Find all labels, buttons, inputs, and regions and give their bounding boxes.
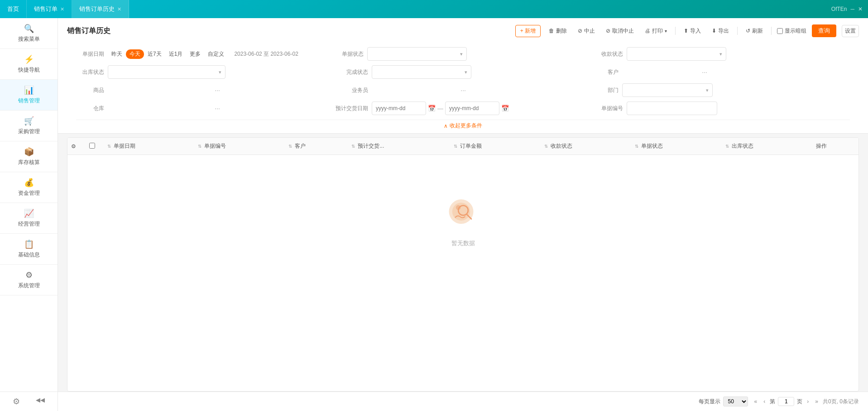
calendar-start-icon[interactable]: 📅 bbox=[428, 105, 436, 112]
tab-sales-history-close[interactable]: ✕ bbox=[117, 6, 121, 12]
expected-date-start[interactable] bbox=[372, 102, 426, 115]
sidebar-item-purchase-mgmt[interactable]: 🛒 采购管理 bbox=[0, 111, 58, 141]
order-number-input[interactable] bbox=[627, 102, 717, 115]
table-footer: 每页显示 10 20 50 100 « ‹ 第 页 › » 共0页, 0条记录 bbox=[58, 392, 868, 411]
sidebar-settings-icon[interactable]: ⚙ bbox=[13, 396, 20, 406]
delete-icon: 🗑 bbox=[549, 28, 554, 34]
date-btn-1month[interactable]: 近1月 bbox=[165, 49, 187, 59]
print-button[interactable]: 🖨 打印 ▾ bbox=[642, 25, 670, 37]
th-expected-date[interactable]: ⇅ 预计交货... bbox=[348, 138, 450, 155]
department-cell: ▾ bbox=[622, 83, 850, 97]
th-customer-label: 客户 bbox=[295, 143, 306, 149]
query-button[interactable]: 查询 bbox=[812, 24, 836, 37]
th-date[interactable]: ⇅ 单据日期 bbox=[104, 138, 194, 155]
warehouse-select[interactable]: ··· bbox=[108, 102, 225, 115]
last-page-button[interactable]: » bbox=[813, 397, 820, 406]
department-select[interactable]: ▾ bbox=[622, 83, 713, 97]
th-settings: ⚙ bbox=[67, 138, 86, 155]
sidebar-collapse-icon[interactable]: ◀◀ bbox=[36, 396, 45, 406]
salesperson-select[interactable]: ··· bbox=[372, 83, 471, 97]
sidebar-item-system[interactable]: ⚙ 系统管理 bbox=[0, 265, 58, 295]
svg-point-4 bbox=[456, 205, 460, 210]
tab-sales-order[interactable]: 销售订单 ✕ bbox=[27, 0, 72, 18]
settings-button[interactable]: 设置 bbox=[842, 25, 859, 37]
sidebar-item-search-menu[interactable]: 🔍 搜索菜单 bbox=[0, 18, 58, 49]
customer-select[interactable]: ··· bbox=[622, 65, 713, 79]
sidebar-item-quick-nav[interactable]: ⚡ 快捷导航 bbox=[0, 49, 58, 80]
th-delivery-status-label: 出库状态 bbox=[732, 143, 753, 149]
delivery-status-select[interactable]: ▾ bbox=[108, 65, 225, 79]
print-button-label: 打印 bbox=[652, 27, 663, 35]
warehouse-ellipsis[interactable]: ··· bbox=[213, 105, 222, 112]
order-status-select[interactable]: ▾ bbox=[367, 47, 467, 61]
expected-date-end[interactable] bbox=[445, 102, 499, 115]
sidebar-item-operations[interactable]: 📈 经营管理 bbox=[0, 203, 58, 234]
tab-sales-order-label: 销售订单 bbox=[34, 5, 58, 13]
th-payment-status-label: 收款状态 bbox=[551, 143, 572, 149]
date-btn-7days[interactable]: 近7天 bbox=[144, 49, 165, 59]
goods-select[interactable]: ··· bbox=[108, 83, 225, 97]
page-header: 销售订单历史 + 新增 🗑 删除 ⊘ 中止 ⊘ 取消中止 bbox=[58, 18, 868, 134]
customer-ellipsis[interactable]: ··· bbox=[700, 68, 709, 76]
payment-status-select[interactable]: ▾ bbox=[627, 47, 726, 61]
show-cols-label: 显示暗组 bbox=[785, 27, 806, 35]
sidebar-item-basic-info[interactable]: 📋 基础信息 bbox=[0, 234, 58, 265]
expected-date-label: 预计交货日期 bbox=[331, 105, 372, 112]
sidebar-item-basic-info-label: 基础信息 bbox=[18, 251, 40, 259]
delete-button[interactable]: 🗑 删除 bbox=[546, 25, 570, 37]
tab-bar: 首页 销售订单 ✕ 销售订单历史 ✕ bbox=[0, 0, 129, 18]
next-page-button[interactable]: › bbox=[805, 397, 810, 406]
th-payment-status[interactable]: ⇅ 收款状态 bbox=[541, 138, 631, 155]
window-close[interactable]: ✕ bbox=[858, 6, 863, 12]
filter-row-4: 仓库 ··· 预计交货日期 📅 — 📅 bbox=[76, 102, 850, 115]
th-amount-label: 订单金额 bbox=[460, 143, 482, 149]
th-number-label: 单据编号 bbox=[204, 143, 226, 149]
th-number[interactable]: ⇅ 单据编号 bbox=[194, 138, 285, 155]
per-page-select[interactable]: 10 20 50 100 bbox=[723, 396, 748, 406]
date-btn-yesterday[interactable]: 昨天 bbox=[108, 49, 126, 59]
goods-ellipsis[interactable]: ··· bbox=[213, 87, 222, 94]
table-settings-icon[interactable]: ⚙ bbox=[71, 143, 76, 150]
th-order-status[interactable]: ⇅ 单据状态 bbox=[631, 138, 722, 155]
date-btn-today[interactable]: 今天 bbox=[126, 49, 144, 59]
first-page-button[interactable]: « bbox=[753, 397, 759, 406]
tab-sales-order-close[interactable]: ✕ bbox=[60, 6, 64, 12]
system-icon: ⚙ bbox=[25, 270, 33, 280]
filter-row-2: 出库状态 ▾ 完成状态 ▾ 客户 bbox=[76, 65, 850, 79]
sidebar-item-operations-label: 经营管理 bbox=[18, 220, 40, 228]
show-cols-toggle[interactable]: 显示暗组 bbox=[777, 27, 806, 35]
collapse-filters-row[interactable]: ∧ 收起更多条件 bbox=[76, 120, 850, 133]
sidebar-item-finance[interactable]: 💰 资金管理 bbox=[0, 172, 58, 203]
import-button[interactable]: ⬆ 导入 bbox=[681, 25, 704, 37]
complete-status-label: 完成状态 bbox=[336, 68, 372, 76]
calendar-end-icon[interactable]: 📅 bbox=[501, 105, 509, 112]
toolbar: + 新增 🗑 删除 ⊘ 中止 ⊘ 取消中止 🖨 bbox=[515, 24, 859, 37]
tab-home[interactable]: 首页 bbox=[0, 0, 27, 18]
new-button[interactable]: + 新增 bbox=[515, 25, 541, 37]
sidebar-item-sales-mgmt[interactable]: 📊 销售管理 bbox=[0, 80, 58, 111]
date-btn-custom[interactable]: 自定义 bbox=[204, 49, 228, 59]
th-delivery-status[interactable]: ⇅ 出库状态 bbox=[722, 138, 812, 155]
sidebar-item-inventory[interactable]: 📦 库存核算 bbox=[0, 141, 58, 172]
window-minimize[interactable]: ─ bbox=[850, 6, 854, 12]
select-all-checkbox[interactable] bbox=[89, 143, 95, 149]
suspend-button[interactable]: ⊘ 中止 bbox=[575, 25, 598, 37]
refresh-button[interactable]: ↺ 刷新 bbox=[743, 25, 766, 37]
payment-status-arrow: ▾ bbox=[719, 51, 722, 57]
date-separator: — bbox=[437, 105, 443, 112]
suspend-button-label: 中止 bbox=[584, 27, 595, 35]
prev-page-button[interactable]: ‹ bbox=[762, 397, 767, 406]
complete-status-select[interactable]: ▾ bbox=[372, 65, 471, 79]
cancel-suspend-button[interactable]: ⊘ 取消中止 bbox=[603, 25, 637, 37]
th-customer[interactable]: ⇅ 客户 bbox=[285, 138, 348, 155]
th-amount[interactable]: ⇅ 订单金额 bbox=[450, 138, 541, 155]
date-btn-more[interactable]: 更多 bbox=[186, 49, 204, 59]
tab-sales-history[interactable]: 销售订单历史 ✕ bbox=[72, 0, 129, 18]
salesperson-label: 业务员 bbox=[336, 87, 372, 94]
sort-amount-icon: ⇅ bbox=[454, 144, 457, 149]
salesperson-ellipsis[interactable]: ··· bbox=[459, 87, 468, 94]
export-button[interactable]: ⬇ 导出 bbox=[709, 25, 732, 37]
show-cols-checkbox[interactable] bbox=[777, 28, 783, 34]
customer-cell: ··· bbox=[622, 65, 850, 79]
page-number-input[interactable] bbox=[778, 397, 794, 406]
